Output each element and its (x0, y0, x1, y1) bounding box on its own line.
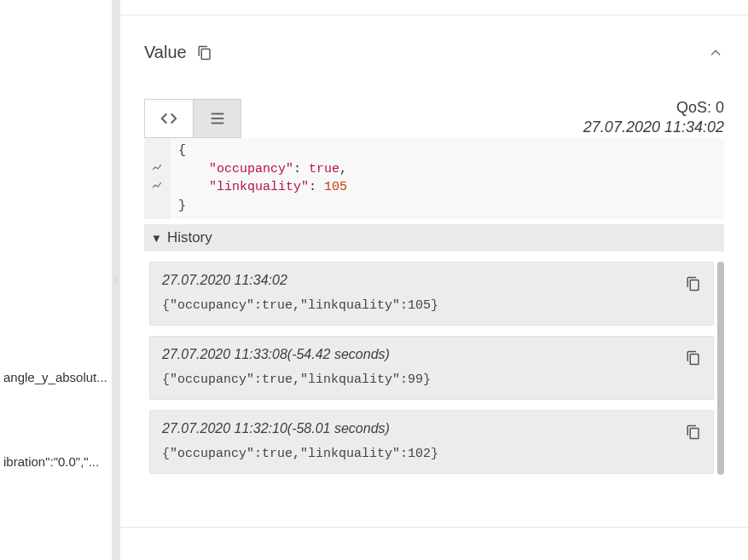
sidebar: angle_y_absolut... ibration":"0.0","... (0, 0, 112, 560)
history-item-time: 27.07.2020 11:34:02 (162, 273, 701, 288)
scrollbar[interactable] (717, 262, 724, 475)
sidebar-item[interactable]: ibration":"0.0","... (0, 447, 112, 476)
divider (120, 0, 748, 15)
copy-icon[interactable] (686, 424, 701, 440)
history-title: History (167, 229, 212, 246)
sidebar-item-label: angle_y_absolut... (3, 370, 107, 384)
copy-icon[interactable] (686, 350, 701, 366)
value-toolbar: QoS: 0 27.07.2020 11:34:02 (144, 98, 724, 138)
history-item-payload: {"occupancy":true,"linkquality":102} (162, 447, 701, 461)
sidebar-item-label: ibration":"0.0","... (3, 454, 99, 469)
disclosure-triangle-icon: ▼ (151, 232, 162, 245)
value-timestamp: 27.07.2020 11:34:02 (583, 118, 724, 136)
history-item-time: 27.07.2020 11:32:10(-58.01 seconds) (162, 421, 701, 436)
main-panel: Value QoS: 0 27.07.2020 11:34:02 (120, 0, 748, 560)
history-list: 27.07.2020 11:34:02 {"occupancy":true,"l… (144, 262, 724, 474)
chart-line-icon[interactable] (153, 177, 161, 195)
formatted-view-button[interactable] (193, 100, 241, 137)
divider (120, 527, 748, 528)
value-panel-header: Value (144, 43, 724, 62)
chart-line-icon[interactable] (153, 159, 161, 177)
qos-label: QoS: 0 (583, 98, 724, 118)
history-item[interactable]: 27.07.2020 11:34:02 {"occupancy":true,"l… (149, 262, 714, 326)
chevron-up-icon[interactable] (707, 44, 724, 61)
copy-icon[interactable] (197, 45, 212, 61)
code-gutter (144, 138, 170, 219)
panel-title: Value (144, 43, 187, 62)
drag-handle-icon: ⋮ (113, 276, 120, 285)
history-item[interactable]: 27.07.2020 11:33:08(-54.42 seconds) {"oc… (149, 336, 714, 400)
history-item-time: 27.07.2020 11:33:08(-54.42 seconds) (162, 347, 701, 362)
raw-view-button[interactable] (145, 100, 193, 137)
copy-icon[interactable] (686, 276, 701, 292)
sidebar-item[interactable]: angle_y_absolut... (0, 363, 112, 391)
history-header[interactable]: ▼ History (144, 224, 724, 251)
history-item-payload: {"occupancy":true,"linkquality":99} (162, 372, 701, 387)
view-toggle (144, 99, 241, 138)
value-meta: QoS: 0 27.07.2020 11:34:02 (583, 98, 724, 138)
history-item[interactable]: 27.07.2020 11:32:10(-58.01 seconds) {"oc… (149, 410, 714, 474)
code-body: { "occupancy": true, "linkquality": 105 … (170, 138, 724, 219)
value-code-block: { "occupancy": true, "linkquality": 105 … (144, 138, 724, 219)
split-handle[interactable]: ⋮ (112, 0, 120, 560)
history-item-payload: {"occupancy":true,"linkquality":105} (162, 298, 701, 313)
